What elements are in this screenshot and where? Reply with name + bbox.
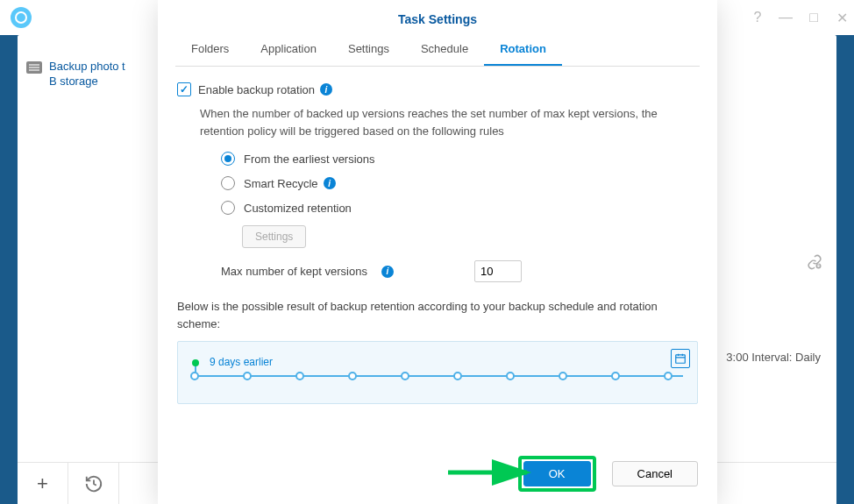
task-list-item[interactable]: Backup photo t B storage (18, 53, 175, 96)
history-button[interactable] (68, 463, 119, 505)
info-icon[interactable]: i (320, 83, 332, 96)
task-title-line1: Backup photo t (49, 60, 125, 75)
timeline-dot (348, 372, 357, 380)
timeline-dot (611, 372, 620, 380)
retention-settings-button: Settings (242, 225, 306, 248)
radio-smart-recycle-label: Smart Recycle (244, 177, 318, 190)
timeline-marker-label: 9 days earlier (210, 356, 273, 368)
tab-schedule[interactable]: Schedule (405, 33, 484, 66)
timeline-dot (401, 372, 409, 380)
task-icon (26, 61, 42, 74)
cancel-button[interactable]: Cancel (612, 461, 698, 486)
info-icon[interactable]: i (324, 177, 336, 189)
tab-folders[interactable]: Folders (175, 33, 245, 66)
task-sidebar: Backup photo t B storage (18, 53, 175, 504)
radio-custom-retention[interactable] (221, 201, 235, 215)
task-title-line2: B storage (49, 75, 125, 89)
rotation-description: When the number of backed up versions re… (200, 105, 698, 139)
max-versions-input[interactable] (474, 260, 522, 282)
window-help-icon[interactable]: ? (751, 10, 765, 25)
ok-highlight: OK (518, 456, 596, 492)
app-icon (11, 7, 32, 28)
tab-application[interactable]: Application (245, 33, 332, 66)
radio-custom-retention-label: Customized retention (244, 202, 352, 215)
ok-button[interactable]: OK (523, 461, 591, 486)
link-lock-icon[interactable] (807, 254, 822, 273)
timeline-dot (664, 372, 673, 380)
preview-description: Below is the possible result of backup r… (177, 298, 698, 332)
enable-rotation-label: Enable backup rotation (198, 83, 315, 96)
window-minimize-icon[interactable]: — (779, 10, 793, 25)
tab-bar: Folders Application Settings Schedule Ro… (175, 33, 700, 67)
timeline-dot (243, 372, 252, 380)
radio-smart-recycle[interactable] (221, 176, 235, 190)
info-icon[interactable]: i (381, 266, 394, 278)
enable-rotation-checkbox[interactable] (177, 82, 191, 96)
svg-rect-1 (817, 266, 819, 267)
timeline-dot (190, 372, 199, 380)
add-task-button[interactable]: + (18, 463, 68, 505)
timeline-dot (295, 372, 304, 380)
tab-rotation[interactable]: Rotation (484, 33, 562, 66)
timeline-marker-dot (192, 359, 199, 366)
timeline-dot (559, 372, 567, 380)
dialog-title: Task Settings (158, 0, 717, 33)
retention-preview: 9 days earlier (177, 341, 698, 404)
window-close-icon[interactable]: ✕ (835, 10, 849, 26)
tab-settings[interactable]: Settings (332, 33, 405, 66)
next-run-text: 3:00 Interval: Daily (726, 351, 821, 364)
timeline-dot (506, 372, 515, 380)
radio-earliest[interactable] (221, 152, 235, 166)
window-maximize-icon[interactable]: □ (807, 10, 821, 25)
task-settings-dialog: Task Settings Folders Application Settin… (158, 0, 717, 504)
timeline-dot (453, 372, 462, 380)
radio-earliest-label: From the earliest versions (244, 153, 375, 166)
max-versions-label: Max number of kept versions (221, 265, 367, 278)
